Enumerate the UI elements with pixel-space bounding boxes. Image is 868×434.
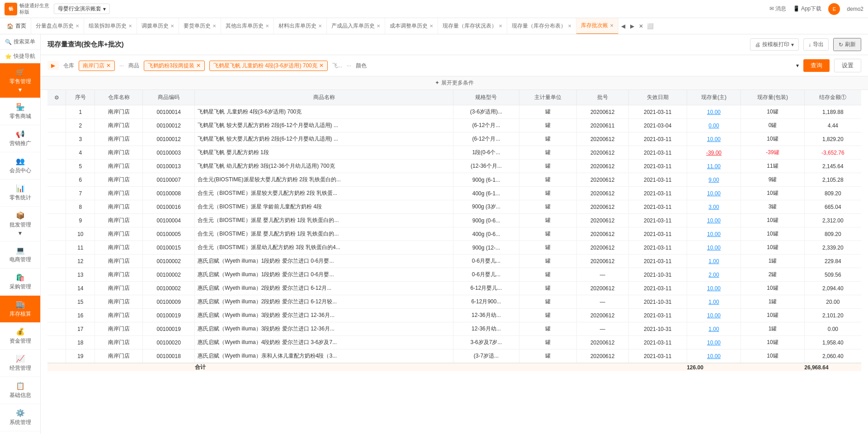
product-tag-2[interactable]: 飞鹤星飞帆 儿童奶粉 4段(3-6岁适用) 700克 ✕ [209,61,328,71]
sidebar-item-system[interactable]: ⚙️ 系统管理 [0,404,40,431]
stock-main-value[interactable]: 0.00 [708,123,719,129]
table-row: 8 南岸门店 00100016 合生元（BIOSTIME）派星 学龄前儿童配方奶… [47,200,861,214]
tab-close-all[interactable]: ✕ [637,18,646,34]
refresh-icon: ↻ [839,42,843,48]
tab-xiancunzhuang[interactable]: 现存量（库存状况表） ✕ [438,18,507,34]
settings-icon[interactable]: ⚙ [54,94,59,101]
sidebar-item-retail-shop[interactable]: 🏪 零售商城 [0,98,40,125]
tab-chanchengpin[interactable]: 产成品入库单历史 ✕ [327,18,385,34]
tab-home[interactable]: 🏠 首页 [2,18,31,34]
product-tag-2-remove[interactable]: ✕ [319,62,324,69]
sidebar-item-operations[interactable]: 📈 经营管理 [0,350,40,377]
stock-main-value[interactable]: -39.00 [706,150,722,156]
query-button[interactable]: 查询 [803,59,830,72]
stock-main-value[interactable]: 10.00 [707,312,721,319]
expand-more-row: ✦ 展开更多条件 [41,76,868,90]
app-download-btn[interactable]: 📱 App下载 [793,5,821,13]
sidebar-item-retail-stats[interactable]: 📊 零售统计 [0,179,40,207]
stock-main-value[interactable]: 10.00 [707,231,721,237]
stock-main-value[interactable]: 1.00 [708,299,719,305]
stock-main-value[interactable]: 10.00 [707,353,721,359]
expand-more-button[interactable]: ✦ 展开更多条件 [435,79,473,87]
tab-cailiao[interactable]: 材料出库单历史 ✕ [274,18,327,34]
tab-close-8[interactable]: ✕ [429,24,433,28]
sidebar-search[interactable]: 🔍 搜索菜单 [0,34,40,50]
message-btn[interactable]: ✉ 消息 [769,5,786,13]
table-row: 3 南岸门店 00100012 飞鹤星飞帆 较大婴儿配方奶粉 2段(6-12个月… [47,132,861,146]
table-header-row: ⚙ 序号 仓库名称 商品编码 商品名称 规格型号 主计量单位 批号 失效日期 现… [47,90,861,105]
stock-main-value[interactable]: 9.00 [708,177,719,183]
finance-icon: 💰 [16,327,25,336]
filter-expand-btn[interactable]: ▶ [47,61,59,70]
tab-close-7[interactable]: ✕ [377,24,380,28]
stock-main-value[interactable]: 3.00 [708,204,719,210]
sidebar-item-inventory[interactable]: 🏬 库存核算 [0,296,40,323]
table-row: 4 南岸门店 00100003 飞鹤星飞帆 婴儿配方奶粉 1段 1段(0-6个.… [47,146,861,160]
col-no: 序号 [66,90,95,105]
username[interactable]: demo2 [847,6,863,12]
stock-main-value[interactable]: 10.00 [707,109,721,115]
tab-close-11[interactable]: ✕ [610,23,613,28]
col-balance: 结存金额① [804,90,861,105]
tab-close-10[interactable]: ✕ [568,24,571,28]
filter-bar: ▶ 仓库 南岸门店 ✕ ··· 商品 飞鹤奶粉3段两提装 ✕ 飞鹤星飞帆 儿童奶… [41,55,868,76]
stock-main-value[interactable]: 11.00 [707,163,721,170]
tab-diaobo[interactable]: 调拨单历史 ✕ [137,18,179,34]
tab-close-1[interactable]: ✕ [75,24,79,28]
settings-button[interactable]: 设置 [834,59,861,72]
tab-close-2[interactable]: ✕ [128,24,132,28]
tab-zuzhuang[interactable]: 组装拆卸单历史 ✕ [84,18,137,34]
main-layout: 🔍 搜索菜单 ⭐ 快捷导航 🛒 零售管理 ▼ 🏪 零售商城 📢 营销推广 👥 会… [0,34,868,434]
col-code: 商品编码 [143,90,195,105]
product-tag-1-remove[interactable]: ✕ [196,62,201,69]
stock-main-value[interactable]: 10.00 [707,136,721,142]
print-button[interactable]: 🖨 按模板打印 ▾ [750,38,799,51]
table-row: 11 南岸门店 00100015 合生元（BIOSTIME）派星幼儿配方奶粉 3… [47,241,861,255]
refresh-button[interactable]: ↻ 刷新 [833,38,861,51]
stock-main-value[interactable]: 10.00 [707,245,721,251]
sidebar-item-basics[interactable]: 📋 基础信息 [0,377,40,404]
sidebar-item-enterprise[interactable]: 🤝 企业协同 [0,431,40,434]
tab-close-9[interactable]: ✕ [499,24,502,28]
org-selector[interactable]: 母婴行业演示账套 ▾ [54,4,110,14]
sidebar-item-retail-mgmt[interactable]: 🛒 零售管理 ▼ [0,63,40,98]
tab-xiancunfenbu[interactable]: 现存量（库存分布表） ✕ [507,18,576,34]
sidebar-item-wholesale[interactable]: 📦 批发管理 ▼ [0,207,40,241]
warehouse-tag[interactable]: 南岸门店 ✕ [79,61,115,71]
export-button[interactable]: ↓ 导出 [803,38,829,51]
stock-main-value[interactable]: 10.00 [707,190,721,197]
tab-fenliangpandian[interactable]: 分量盘点单历史 ✕ [31,18,84,34]
stock-main-value[interactable]: 1.00 [708,258,719,264]
stock-main-value[interactable]: 10.00 [707,340,721,346]
tab-close-4[interactable]: ✕ [212,24,216,28]
product-tag-1[interactable]: 飞鹤奶粉3段两提装 ✕ [144,61,205,71]
sidebar-item-purchase[interactable]: 🛍️ 采购管理 [0,269,40,296]
stock-main-value[interactable]: 10.00 [707,217,721,224]
stock-main-value[interactable]: 2.00 [708,272,719,278]
tab-close-6[interactable]: ✕ [318,24,322,28]
tab-fullscreen[interactable]: ⬜ [646,18,655,34]
ecommerce-icon: 💻 [16,246,25,255]
stock-main-value[interactable]: 1.00 [708,326,719,332]
warehouse-tag-remove[interactable]: ✕ [106,62,111,69]
tab-kupicizh[interactable]: 库存批次账 ✕ [576,18,618,34]
sidebar-item-marketing[interactable]: 📢 营销推广 [0,125,40,152]
tab-qitachukulishi[interactable]: 其他出库单历史 ✕ [221,18,274,34]
sidebar-item-member[interactable]: 👥 会员中心 [0,152,40,179]
table-row: 18 南岸门店 00100020 惠氏启赋（Wyeth illuma）4段奶粉 … [47,336,861,349]
sidebar-quick[interactable]: ⭐ 快捷导航 [0,50,40,63]
avatar[interactable]: E [828,3,840,15]
sidebar-item-finance[interactable]: 💰 资金管理 [0,323,40,350]
tab-chengbentiaoz[interactable]: 成本调整单历史 ✕ [385,18,438,34]
wholesale-icon: 📦 [16,211,25,220]
tab-nav-left[interactable]: ◀ [618,18,627,34]
sidebar-item-ecommerce[interactable]: 💻 电商管理 [0,241,40,269]
col-settings[interactable]: ⚙ [47,90,66,105]
tab-close-5[interactable]: ✕ [265,24,269,28]
content-area: 现存量查询(按仓库+批次) 🖨 按模板打印 ▾ ↓ 导出 ↻ 刷新 ▶ [41,34,868,434]
tab-close-3[interactable]: ✕ [170,24,174,28]
logo: 畅 畅捷通好生意 标版 [5,3,49,15]
tab-nav-right[interactable]: ▶ [627,18,637,34]
stock-main-value[interactable]: 10.00 [707,285,721,292]
tab-yaohuo[interactable]: 要货单历史 ✕ [179,18,221,34]
